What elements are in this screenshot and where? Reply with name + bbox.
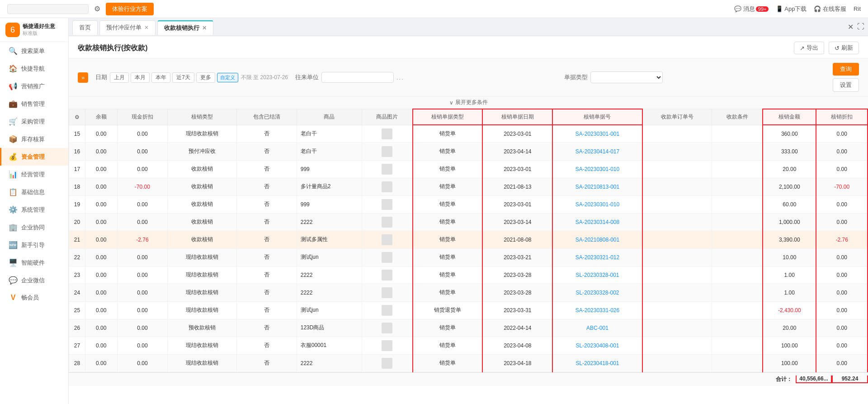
refresh-button[interactable]: ↺ 刷新 [829, 42, 859, 54]
tab-receipt-verify[interactable]: 收款核销执行 ✕ [157, 20, 213, 35]
cell-receipt-order-no [642, 301, 712, 319]
counter-party-input[interactable] [321, 72, 394, 83]
tab-close-all-icon[interactable]: ✕ [848, 23, 854, 31]
sidebar-item-enterprise[interactable]: 🏢 企业协同 [0, 219, 68, 236]
industry-button[interactable]: 体验行业方案 [106, 3, 154, 15]
sidebar-item-quick-nav[interactable]: 🏠 快捷导航 [0, 60, 68, 77]
online-service-link[interactable]: 🎧 在线客服 [814, 5, 846, 13]
content-area: 首页 预付冲应付单 ✕ 收款核销执行 ✕ ✕ ⛶ 收款核销执行(按收款) [69, 18, 868, 404]
sidebar-item-label: 企业协同 [21, 223, 45, 232]
filter-expand-button[interactable]: » [78, 72, 88, 83]
sidebar-item-label: 经营管理 [21, 171, 45, 179]
cell-verify-doc-no[interactable]: SA-20230314-008 [552, 213, 642, 231]
cell-balance: 0.00 [85, 337, 118, 354]
th-verify-doc-date: 核销单据日期 [482, 109, 552, 125]
cell-verify-type: 现结收款核销 [168, 354, 237, 372]
sidebar-item-inventory[interactable]: 📦 库存核算 [0, 130, 68, 148]
cell-verify-doc-type: 销货单 [413, 231, 483, 248]
verify-doc-link[interactable]: SA-20230314-008 [576, 219, 619, 225]
cell-receipt-condition [712, 319, 763, 337]
custom-date-badge[interactable]: 自定义 [217, 73, 238, 82]
verify-doc-link[interactable]: SA-20210808-001 [576, 237, 619, 243]
verify-doc-link[interactable]: SA-20230301-010 [576, 166, 619, 172]
sidebar-item-finance[interactable]: 💰 资金管理 [0, 148, 68, 166]
single-type-select[interactable] [590, 71, 663, 83]
tab-prepay-close[interactable]: ✕ [144, 24, 149, 31]
sidebar-item-purchase[interactable]: 🛒 采购管理 [0, 113, 68, 130]
cell-verify-doc-no[interactable]: SA-20230414-017 [552, 143, 642, 160]
verify-doc-link[interactable]: ABC-001 [586, 325, 609, 331]
cell-verify-doc-date: 2023-03-14 [482, 213, 552, 231]
cell-product-img [362, 178, 413, 195]
sidebar-item-system[interactable]: ⚙️ 系统管理 [0, 201, 68, 219]
verify-doc-link[interactable]: SA-20230414-017 [576, 148, 619, 155]
cell-verify-doc-no[interactable]: SA-20230301-010 [552, 195, 642, 213]
verify-doc-link[interactable]: SA-20210813-001 [576, 184, 619, 190]
cell-receipt-order-no [642, 231, 712, 248]
data-table: ⚙ 余额 现金折扣 核销类型 包含已结清 商品 商品图片 核销单据类型 核销单据… [69, 109, 868, 372]
cell-verify-doc-no[interactable]: SL-20230418-001 [552, 354, 642, 372]
verify-doc-link[interactable]: SL-20230328-001 [576, 272, 619, 278]
th-verify-type: 核销类型 [168, 109, 237, 125]
cell-verify-doc-no[interactable]: SL-20230328-002 [552, 284, 642, 301]
sidebar-item-sales[interactable]: 💼 销售管理 [0, 95, 68, 113]
app-download-link[interactable]: 📱 App下载 [776, 5, 807, 13]
date-btn-more[interactable]: 更多 [196, 72, 215, 83]
cell-verify-doc-no[interactable]: SA-20230331-026 [552, 301, 642, 319]
verify-doc-link[interactable]: SL-20230408-001 [576, 342, 619, 349]
sidebar-item-business[interactable]: 📊 经营管理 [0, 166, 68, 183]
sidebar-item-label: 营销推广 [21, 82, 45, 90]
tab-expand-icon[interactable]: ⛶ [857, 23, 864, 31]
tab-receipt-verify-close[interactable]: ✕ [202, 25, 207, 31]
cell-verify-doc-no[interactable]: SA-20210813-001 [552, 178, 642, 195]
settings-button[interactable]: 设置 [833, 78, 859, 92]
verify-doc-link[interactable]: SL-20230328-002 [576, 290, 619, 296]
inventory-icon: 📦 [9, 135, 18, 143]
message-icon[interactable]: 💬 消息99+ [734, 5, 769, 13]
sidebar-item-label: 资金管理 [21, 153, 45, 161]
cell-verify-doc-type: 销货单 [413, 284, 483, 301]
date-btn-this-month[interactable]: 本月 [131, 72, 150, 83]
cell-verify-doc-no[interactable]: SA-20230301-001 [552, 125, 642, 143]
verify-doc-link[interactable]: SA-20230301-010 [576, 201, 619, 208]
cell-verify-doc-no[interactable]: SA-20230301-010 [552, 160, 642, 178]
expand-more-bar[interactable]: ∨ 展开更多条件 [69, 97, 868, 109]
tab-prepay[interactable]: 预付冲应付单 ✕ [99, 20, 156, 35]
cell-verify-doc-type: 销货单 [413, 319, 483, 337]
cell-receipt-condition [712, 284, 763, 301]
export-button[interactable]: ↗ 导出 [794, 42, 824, 54]
enterprise-icon: 🏢 [9, 223, 18, 232]
cell-verify-doc-no[interactable]: SA-20210808-001 [552, 231, 642, 248]
cell-verify-doc-no[interactable]: ABC-001 [552, 319, 642, 337]
cell-product-img [362, 248, 413, 266]
date-btn-this-year[interactable]: 本年 [151, 72, 170, 83]
th-gear[interactable]: ⚙ [69, 109, 85, 125]
search-input[interactable] [7, 4, 89, 14]
verify-doc-link[interactable]: SA-20230331-026 [576, 307, 619, 314]
verify-doc-link[interactable]: SA-20230301-001 [576, 131, 619, 137]
sidebar-item-hardware[interactable]: 🖥️ 智能硬件 [0, 254, 68, 271]
date-btn-7days[interactable]: 近7天 [172, 72, 194, 83]
cell-verify-doc-no[interactable]: SL-20230328-001 [552, 266, 642, 284]
verify-doc-link[interactable]: SL-20230418-001 [576, 360, 619, 366]
sidebar-item-wechat[interactable]: 💬 企业微信 [0, 271, 68, 289]
cell-verify-type: 预收款核销 [168, 319, 237, 337]
sidebar-item-basic-info[interactable]: 📋 基础信息 [0, 183, 68, 201]
user-name[interactable]: Rit [854, 5, 861, 12]
sidebar-item-marketing[interactable]: 📢 营销推广 [0, 77, 68, 95]
cell-verify-type: 现结收款核销 [168, 284, 237, 301]
query-button[interactable]: 查询 [833, 63, 859, 76]
cell-verify-doc-no[interactable]: SL-20230408-001 [552, 337, 642, 354]
sidebar-item-member[interactable]: V 畅会员 [0, 289, 68, 306]
cell-product: 999 [297, 195, 362, 213]
cell-verify-doc-no[interactable]: SA-20230321-012 [552, 248, 642, 266]
sidebar-item-search-menu[interactable]: 🔍 搜索菜单 [0, 42, 68, 60]
cell-balance: 0.00 [85, 319, 118, 337]
sidebar-item-guide[interactable]: 🆕 新手引导 [0, 236, 68, 254]
tab-home[interactable]: 首页 [72, 20, 98, 35]
date-btn-last-month[interactable]: 上月 [110, 72, 129, 83]
gear-icon[interactable]: ⚙ [94, 5, 100, 13]
cell-receipt-condition [712, 337, 763, 354]
verify-doc-link[interactable]: SA-20230321-012 [576, 254, 619, 261]
cell-receipt-condition [712, 248, 763, 266]
